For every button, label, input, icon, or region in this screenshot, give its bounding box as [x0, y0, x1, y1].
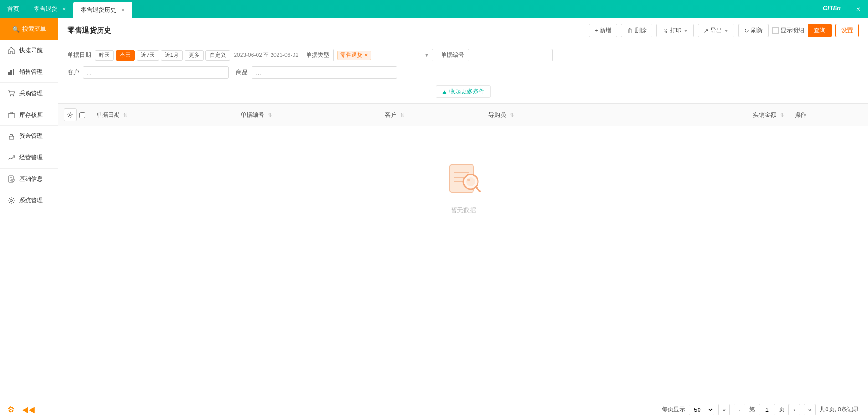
- lock-icon: [7, 132, 15, 140]
- collapse-button[interactable]: ▲ 收起更多条件: [436, 85, 491, 98]
- display-detail-label: 显示明细: [781, 26, 804, 35]
- delete-button[interactable]: 🗑 删除: [621, 24, 652, 37]
- goods-filter-item: 商品 ...: [236, 66, 397, 79]
- last-page-button[interactable]: »: [804, 404, 816, 415]
- date-btn-custom[interactable]: 自定义: [205, 50, 230, 61]
- customer-select[interactable]: ...: [83, 66, 229, 79]
- settings-button[interactable]: 设置: [835, 24, 859, 37]
- customer-placeholder: ...: [87, 68, 93, 77]
- query-button[interactable]: 查询: [808, 24, 832, 37]
- table-header-row: 单据日期 ⇅ 单据编号 ⇅ 客户 ⇅: [58, 104, 868, 126]
- gear-icon: [7, 196, 15, 205]
- page-go-text: 第: [749, 405, 755, 414]
- table-area: 单据日期 ⇅ 单据编号 ⇅ 客户 ⇅: [58, 104, 868, 420]
- doc-number-input[interactable]: [468, 49, 553, 61]
- col-date: 单据日期 ⇅: [91, 104, 235, 126]
- top-bar: 首页 零售退货 ✕ 零售退货历史 ✕ OfTEn ✕: [0, 0, 868, 18]
- empty-illustration: [441, 154, 486, 199]
- box-icon: [7, 111, 15, 119]
- sidebar-item-system-mgmt-label: 系统管理: [19, 196, 43, 205]
- sidebar-item-operation-mgmt[interactable]: 经营管理: [0, 147, 58, 169]
- sidebar-search[interactable]: 🔍 搜索菜单: [0, 18, 58, 40]
- sidebar: 🔍 搜索菜单 快捷导航 销售管理 采购管理 库存核算: [0, 18, 58, 420]
- tab-home[interactable]: 首页: [0, 0, 26, 18]
- table-scroll[interactable]: 单据日期 ⇅ 单据编号 ⇅ 客户 ⇅: [58, 104, 868, 399]
- chart-icon: [7, 68, 15, 76]
- display-detail-checkbox[interactable]: [772, 27, 779, 34]
- sidebar-item-quick-nav[interactable]: 快捷导航: [0, 40, 58, 61]
- date-btn-yesterday[interactable]: 昨天: [95, 50, 114, 61]
- tab-retail-return-close[interactable]: ✕: [62, 6, 66, 12]
- pagination: 每页显示 50 100 200 « ‹ 第 页 › » 共0页, 0条记录: [58, 399, 868, 420]
- first-page-button[interactable]: «: [718, 404, 730, 415]
- settings-bottom-icon[interactable]: ⚙: [7, 405, 15, 415]
- svg-point-3: [10, 95, 11, 96]
- refresh-icon: ↻: [744, 27, 749, 34]
- sort-date-icon[interactable]: ⇅: [123, 113, 127, 118]
- sidebar-item-purchase-mgmt-label: 采购管理: [19, 89, 43, 97]
- date-btn-today[interactable]: 今天: [116, 50, 135, 61]
- prev-page-button[interactable]: ‹: [734, 404, 745, 415]
- tab-retail-return[interactable]: 零售退货 ✕: [26, 0, 73, 18]
- sidebar-item-operation-mgmt-label: 经营管理: [19, 154, 43, 162]
- sidebar-item-basic-info-label: 基础信息: [19, 175, 43, 183]
- doc-type-tag-close[interactable]: ✕: [364, 52, 368, 58]
- speaker-icon[interactable]: ◀◀: [22, 405, 35, 415]
- tab-retail-return-history-label: 零售退货历史: [81, 6, 116, 14]
- date-filter-label: 单据日期: [67, 51, 91, 59]
- doc-type-select[interactable]: 零售退货 ✕ ▼: [333, 49, 433, 61]
- print-button[interactable]: 🖨 打印 ▼: [656, 24, 694, 37]
- page-title: 零售退货历史: [67, 26, 111, 36]
- trend-icon: [7, 154, 15, 162]
- svg-rect-1: [10, 70, 12, 75]
- select-all-checkbox[interactable]: [79, 112, 85, 118]
- sidebar-bottom: ⚙ ◀◀: [0, 399, 58, 420]
- col-spacer: [607, 104, 645, 126]
- sort-number-icon[interactable]: ⇅: [268, 113, 272, 118]
- search-icon: 🔍: [12, 26, 20, 33]
- date-btn-more[interactable]: 更多: [185, 50, 204, 61]
- doc-type-select-arrow: ▼: [424, 52, 429, 58]
- sidebar-item-inventory-label: 库存核算: [19, 111, 43, 119]
- date-filter-item: 单据日期 昨天 今天 近7天 近1月 更多 自定义 2023-06-02 至 2…: [67, 50, 298, 61]
- tab-home-label: 首页: [7, 5, 19, 13]
- column-settings-button[interactable]: [64, 108, 77, 121]
- page-number-input[interactable]: [759, 404, 775, 415]
- svg-rect-2: [13, 69, 14, 75]
- export-button[interactable]: ↗ 导出 ▼: [698, 24, 734, 37]
- sidebar-item-capital-mgmt[interactable]: 资金管理: [0, 126, 58, 147]
- doc-icon: [7, 175, 15, 183]
- date-filter: 昨天 今天 近7天 近1月 更多 自定义 2023-06-02 至 2023-0…: [95, 50, 298, 61]
- tab-retail-return-history[interactable]: 零售退货历史 ✕: [73, 2, 132, 18]
- sidebar-item-purchase-mgmt[interactable]: 采购管理: [0, 83, 58, 104]
- date-btn-7days[interactable]: 近7天: [137, 50, 159, 61]
- empty-text: 暂无数据: [451, 206, 476, 215]
- tab-retail-return-history-close[interactable]: ✕: [121, 7, 125, 13]
- page-unit: 页: [779, 405, 785, 414]
- filter-row-2: 客户 ... 商品 ...: [67, 66, 859, 79]
- date-btn-1month[interactable]: 近1月: [161, 50, 183, 61]
- doc-number-label: 单据编号: [441, 51, 464, 59]
- home-icon: [7, 46, 15, 55]
- delete-icon: 🗑: [627, 27, 633, 34]
- sidebar-item-sales-mgmt[interactable]: 销售管理: [0, 61, 58, 83]
- sort-amount-icon[interactable]: ⇅: [780, 113, 784, 118]
- page-size-select[interactable]: 50 100 200: [689, 405, 714, 415]
- sidebar-item-system-mgmt[interactable]: 系统管理: [0, 190, 58, 211]
- doc-type-tag: 零售退货 ✕: [337, 51, 371, 60]
- header-actions: + 新增 🗑 删除 🖨 打印 ▼ ↗ 导出 ▼ ↻ 刷新: [589, 24, 859, 37]
- top-bar-close[interactable]: ✕: [856, 6, 868, 13]
- main-content: 零售退货历史 + 新增 🗑 删除 🖨 打印 ▼ ↗ 导出 ▼: [58, 18, 868, 420]
- refresh-button[interactable]: ↻ 刷新: [738, 24, 769, 37]
- sort-guide-icon[interactable]: ⇅: [510, 113, 514, 118]
- sidebar-item-inventory[interactable]: 库存核算: [0, 104, 58, 126]
- new-button[interactable]: + 新增: [589, 24, 617, 37]
- cart-icon: [7, 89, 15, 97]
- doc-type-tag-label: 零售退货: [340, 51, 362, 59]
- next-page-button[interactable]: ›: [788, 404, 800, 415]
- svg-rect-6: [9, 136, 14, 139]
- sidebar-item-basic-info[interactable]: 基础信息: [0, 169, 58, 190]
- col-settings: [58, 104, 91, 126]
- goods-select[interactable]: ...: [252, 66, 397, 79]
- sort-customer-icon[interactable]: ⇅: [401, 113, 404, 118]
